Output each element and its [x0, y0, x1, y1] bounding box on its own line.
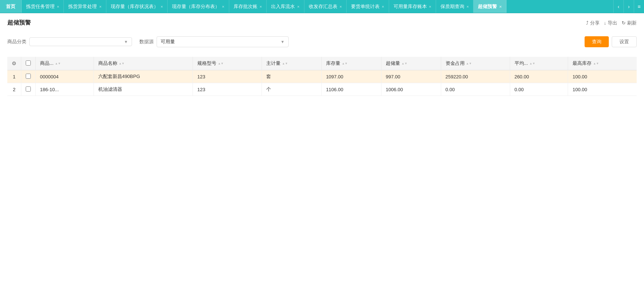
nav-close-recv-send[interactable]: ×: [340, 4, 342, 9]
nav-close-batch-account[interactable]: ×: [260, 4, 262, 9]
nav-item-order-stats[interactable]: 要货单统计表 ×: [347, 0, 389, 13]
row-stock: 1097.00: [321, 70, 381, 83]
row-stock: 1106.00: [321, 83, 381, 96]
nav-arrow-left[interactable]: ‹: [613, 0, 623, 13]
nav-item-available-account[interactable]: 可用量库存账本 ×: [389, 0, 436, 13]
nav-arrow-right[interactable]: ›: [623, 0, 634, 13]
sort-icon-product-code: ▲▼: [55, 62, 61, 65]
nav-item-shelf-life[interactable]: 保质期查询 ×: [436, 0, 473, 13]
nav-label-batch-account: 库存批次账: [234, 3, 257, 10]
header-actions: ⤴ 分享 ↓ 导出 ↻ 刷新: [586, 20, 637, 26]
col-product-code-label: 商品...: [40, 60, 54, 67]
category-filter-label: 商品分类: [7, 38, 26, 45]
table-body: 1 0000004 六配套新昌490BPG 123 套 1097.00 997.…: [7, 70, 637, 96]
nav-close-available-account[interactable]: ×: [429, 4, 431, 9]
share-button[interactable]: ⤴ 分享: [586, 20, 600, 26]
nav-label-overstock-warning: 超储预警: [478, 3, 497, 10]
row-overstock: 1006.00: [381, 83, 441, 96]
col-overstock[interactable]: 超储量 ▲▼: [381, 57, 441, 70]
row-avg: 0.00: [510, 83, 568, 96]
refresh-button[interactable]: ↻ 刷新: [622, 20, 637, 26]
col-max-stock[interactable]: 最高库存 ▲▼: [568, 57, 637, 70]
row-index: 1: [7, 70, 21, 83]
nav-close-inventory-dist[interactable]: ×: [222, 4, 224, 9]
row-capital: 0.00: [441, 83, 510, 96]
action-buttons: 查询 设置: [585, 36, 637, 47]
sort-icon-stock: ▲▼: [342, 62, 348, 65]
table-header-row: ⚙ 商品... ▲▼ 商品名称 ▲▼: [7, 57, 637, 70]
export-button[interactable]: ↓ 导出: [604, 20, 618, 26]
sort-icon-capital: ▲▼: [466, 62, 472, 65]
row-unit: 个: [262, 83, 322, 96]
nav-label-task-mgmt: 拣货任务管理: [26, 3, 55, 10]
nav-item-overstock-warning[interactable]: 超储预警 ×: [473, 0, 506, 13]
nav-close-task-mgmt[interactable]: ×: [57, 4, 59, 9]
nav-label-shelf-life: 保质期查询: [440, 3, 464, 10]
share-icon: ⤴: [586, 20, 589, 26]
col-unit-label: 主计量: [266, 60, 281, 67]
row-index: 2: [7, 83, 21, 96]
refresh-label: 刷新: [627, 20, 637, 26]
nav-close-inout-flow[interactable]: ×: [297, 4, 299, 9]
nav-label-order-stats: 要货单统计表: [351, 3, 380, 10]
select-all-checkbox[interactable]: [26, 60, 31, 66]
datasource-select[interactable]: 可用量 ▼: [157, 36, 289, 47]
datasource-filter-group: 数据源 可用量 ▼: [139, 36, 289, 47]
nav-item-inventory-status[interactable]: 现存量（库存状况表） ×: [106, 0, 168, 13]
col-unit[interactable]: 主计量 ▲▼: [262, 57, 322, 70]
query-button[interactable]: 查询: [585, 36, 609, 47]
nav-label-recv-send: 收发存汇总表: [309, 3, 337, 10]
col-product-name[interactable]: 商品名称 ▲▼: [94, 57, 193, 70]
data-table: ⚙ 商品... ▲▼ 商品名称 ▲▼: [7, 57, 637, 96]
col-product-code[interactable]: 商品... ▲▼: [36, 57, 94, 70]
row-spec: 123: [193, 83, 261, 96]
row-checkbox-cell[interactable]: [21, 70, 36, 83]
nav-item-batch-account[interactable]: 库存批次账 ×: [229, 0, 267, 13]
row-capital: 259220.00: [441, 70, 510, 83]
nav-item-inout-flow[interactable]: 出入库流水 ×: [267, 0, 304, 13]
col-stock[interactable]: 库存量 ▲▼: [321, 57, 381, 70]
col-checkbox-header[interactable]: [21, 57, 36, 70]
refresh-icon: ↻: [622, 20, 626, 26]
row-checkbox-cell[interactable]: [21, 83, 36, 96]
nav-label-exception: 拣货异常处理: [68, 3, 97, 10]
row-checkbox[interactable]: [26, 74, 31, 79]
export-label: 导出: [608, 20, 617, 26]
nav-item-home[interactable]: 首页: [0, 0, 22, 13]
col-settings[interactable]: ⚙: [7, 57, 21, 70]
row-max-stock: 100.00: [568, 70, 637, 83]
nav-item-recv-send[interactable]: 收发存汇总表 ×: [304, 0, 347, 13]
col-capital[interactable]: 资金占用 ▲▼: [441, 57, 510, 70]
filter-area: 商品分类 ▼ 数据源 可用量 ▼ 查询 设置: [7, 33, 637, 51]
settings-button[interactable]: 设置: [612, 36, 637, 47]
nav-close-shelf-life[interactable]: ×: [466, 4, 469, 9]
row-checkbox[interactable]: [26, 86, 31, 92]
col-stock-label: 库存量: [326, 60, 340, 67]
row-unit: 套: [262, 70, 322, 83]
nav-item-exception[interactable]: 拣货异常处理 ×: [64, 0, 106, 13]
nav-item-inventory-dist[interactable]: 现存量（库存分布表） ×: [168, 0, 229, 13]
category-chevron-down-icon: ▼: [124, 40, 128, 44]
sort-icon-unit: ▲▼: [282, 62, 288, 65]
nav-close-exception[interactable]: ×: [99, 4, 101, 9]
page-content: 超储预警 ⤴ 分享 ↓ 导出 ↻ 刷新 商品分类 ▼ 数据源: [0, 13, 644, 293]
nav-close-overstock-warning[interactable]: ×: [499, 4, 501, 9]
col-avg[interactable]: 平均... ▲▼: [510, 57, 568, 70]
col-overstock-label: 超储量: [386, 60, 400, 67]
nav-item-task-mgmt[interactable]: 拣货任务管理 ×: [22, 0, 64, 13]
nav-close-inventory-status[interactable]: ×: [161, 4, 163, 9]
nav-close-order-stats[interactable]: ×: [382, 4, 384, 9]
sort-icon-product-name: ▲▼: [119, 62, 125, 65]
row-max-stock: 100.00: [568, 83, 637, 96]
col-spec[interactable]: 规格型号 ▲▼: [193, 57, 261, 70]
nav-arrow-menu[interactable]: ≡: [634, 0, 644, 13]
nav-label-inout-flow: 出入库流水: [271, 3, 295, 10]
row-product-name: 六配套新昌490BPG: [94, 70, 193, 83]
category-select[interactable]: ▼: [29, 37, 132, 46]
settings-gear-icon[interactable]: ⚙: [12, 60, 17, 66]
share-label: 分享: [590, 20, 600, 26]
export-icon: ↓: [604, 20, 607, 26]
datasource-select-value: 可用量: [161, 38, 175, 45]
row-overstock: 997.00: [381, 70, 441, 83]
col-avg-label: 平均...: [515, 60, 528, 67]
